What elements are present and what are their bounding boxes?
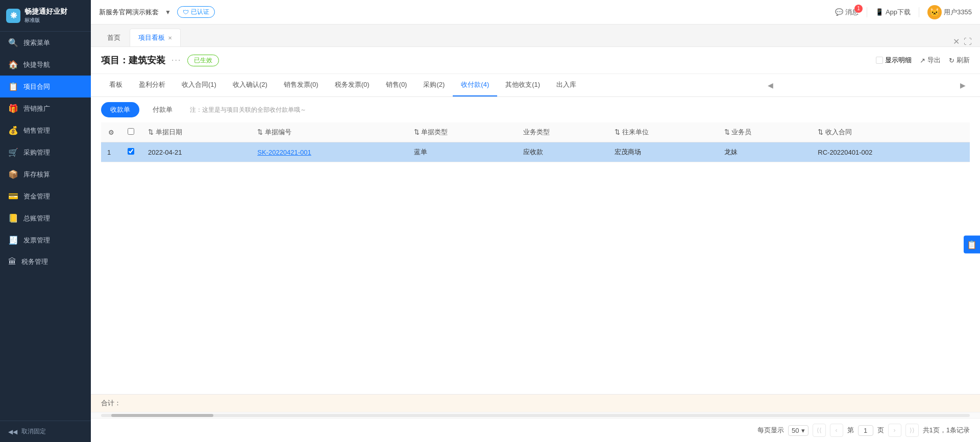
biz-type-column-header: 业务类型 bbox=[517, 122, 609, 142]
unpin-label: 取消固定 bbox=[21, 427, 46, 436]
side-float-btn[interactable]: 📋 bbox=[964, 236, 980, 254]
topbar-right: 💬 消息 1 📱 App下载 🐱 用户3355 bbox=[835, 5, 972, 19]
sidebar-item-purchase[interactable]: 🛒 采购管理 bbox=[0, 141, 91, 163]
sub-nav-item-income-contract[interactable]: 收入合同(1) bbox=[174, 74, 225, 96]
tab-close-window-btn[interactable]: ✕ bbox=[953, 37, 960, 46]
sub-nav-item-other[interactable]: 其他收支(1) bbox=[497, 74, 548, 96]
sidebar-item-ledger[interactable]: 📒 总账管理 bbox=[0, 207, 91, 229]
verified-badge: 🛡 已认证 bbox=[177, 6, 215, 18]
per-page-select[interactable]: 50 ▾ bbox=[788, 425, 808, 436]
row-partner: 宏茂商场 bbox=[608, 142, 718, 162]
tab-project-board[interactable]: 项目看板 ✕ bbox=[130, 29, 181, 46]
tab-home-label: 首页 bbox=[107, 33, 120, 42]
tab-project-board-label: 项目看板 bbox=[138, 33, 165, 42]
first-page-btn[interactable]: ⟨⟨ bbox=[813, 424, 826, 437]
sidebar-item-marketing[interactable]: 🎁 营销推广 bbox=[0, 97, 91, 119]
sub-nav-next-arrow[interactable]: ▶ bbox=[956, 77, 970, 93]
export-label: 导出 bbox=[927, 56, 941, 65]
invoice-icon: 🧾 bbox=[8, 235, 18, 245]
sub-nav-item-tax-invoice[interactable]: 税务发票(0) bbox=[327, 74, 378, 96]
more-btn[interactable]: ··· bbox=[172, 56, 181, 65]
sidebar-item-label: 快捷导航 bbox=[23, 60, 50, 69]
sub-nav-item-payment[interactable]: 收付款(4) bbox=[453, 74, 497, 96]
number-column-header[interactable]: ⇅ 单据编号 bbox=[251, 122, 407, 142]
show-detail-toggle[interactable]: 显示明细 bbox=[876, 56, 912, 65]
sub-nav-prev-arrow[interactable]: ◀ bbox=[764, 77, 777, 93]
per-page-dropdown-icon: ▾ bbox=[801, 427, 805, 434]
divider2 bbox=[919, 7, 919, 17]
sidebar-scroll: 🔍 搜索菜单 🏠 快捷导航 📋 项目合同 🎁 营销推广 💰 销售管理 🛒 采购管… bbox=[0, 32, 91, 421]
app-name: 畅捷通好业财 bbox=[24, 7, 67, 16]
app-download-action[interactable]: 📱 App下载 bbox=[875, 8, 911, 17]
demo-account-dropdown[interactable]: ▼ bbox=[163, 8, 173, 17]
tab-maximize-btn[interactable]: ⛶ bbox=[964, 37, 972, 46]
tab-home[interactable]: 首页 bbox=[99, 29, 129, 46]
receipt-tab-btn[interactable]: 收款单 bbox=[101, 102, 139, 117]
scrollbar-track[interactable] bbox=[101, 414, 970, 417]
gift-icon: 🎁 bbox=[8, 104, 18, 113]
sidebar-item-label: 资金管理 bbox=[23, 192, 50, 201]
select-all-checkbox[interactable] bbox=[128, 128, 134, 135]
mobile-icon: 📱 bbox=[875, 8, 884, 16]
scrollbar-thumb[interactable] bbox=[111, 414, 213, 417]
table-row[interactable]: 1 2022-04-21 SK-20220421-001 蓝单 应收款 宏茂商场… bbox=[101, 142, 970, 162]
partner-column-header[interactable]: ⇅ 往来单位 bbox=[608, 122, 718, 142]
sidebar-item-invoice[interactable]: 🧾 发票管理 bbox=[0, 229, 91, 251]
sub-nav-item-kanban[interactable]: 看板 bbox=[101, 74, 131, 96]
row-number[interactable]: SK-20220421-001 bbox=[251, 142, 407, 162]
settings-column-header[interactable]: ⚙ bbox=[101, 122, 121, 142]
topbar: 新服务官网演示账套 ▼ 🛡 已认证 💬 消息 1 📱 App下载 🐱 用户335… bbox=[91, 0, 980, 24]
refresh-icon: ↻ bbox=[949, 57, 954, 64]
sub-nav-item-profit[interactable]: 盈利分析 bbox=[131, 74, 174, 96]
contract-column-header[interactable]: ⇅ 收入合同 bbox=[812, 122, 970, 142]
tax-icon: 🏛 bbox=[8, 257, 16, 266]
sales-icon: 💰 bbox=[8, 126, 18, 135]
salesman-column-header[interactable]: ⇅ 业务员 bbox=[718, 122, 812, 142]
sub-nav-item-sales[interactable]: 销售(0) bbox=[378, 74, 415, 96]
sidebar-item-label: 发票管理 bbox=[23, 236, 50, 245]
table-footer: 合计： bbox=[91, 394, 980, 412]
sub-nav-item-sales-invoice[interactable]: 销售发票(0) bbox=[276, 74, 327, 96]
refresh-btn[interactable]: ↻ 刷新 bbox=[949, 56, 970, 65]
verified-text: 已认证 bbox=[191, 8, 209, 16]
app-logo-icon: ❋ bbox=[6, 9, 20, 23]
project-actions: 显示明细 ↗ 导出 ↻ 刷新 bbox=[876, 56, 970, 65]
date-column-header[interactable]: ⇅ 单据日期 bbox=[142, 122, 251, 142]
sidebar-item-finance[interactable]: 💳 资金管理 bbox=[0, 185, 91, 207]
sidebar-item-project-contract[interactable]: 📋 项目合同 bbox=[0, 76, 91, 97]
row-contract: RC-20220401-002 bbox=[812, 142, 970, 162]
current-page[interactable]: 1 bbox=[858, 425, 873, 436]
sub-nav-item-income-confirm[interactable]: 收入确认(2) bbox=[225, 74, 276, 96]
app-download-label: App下载 bbox=[886, 8, 911, 17]
prev-page-btn[interactable]: ‹ bbox=[830, 424, 843, 437]
purchase-icon: 🛒 bbox=[8, 148, 18, 157]
user-action[interactable]: 🐱 用户3355 bbox=[927, 5, 972, 19]
sidebar-item-inventory[interactable]: 📦 库存核算 bbox=[0, 163, 91, 185]
table-wrapper: ⚙ ⇅ 单据日期 ⇅ 单据编号 ⇅ 单据类型 业务类型 ⇅ 往来单位 ⇅ 业务员… bbox=[91, 122, 980, 394]
sub-nav-item-purchase[interactable]: 采购(2) bbox=[415, 74, 453, 96]
tab-close-icon[interactable]: ✕ bbox=[168, 35, 172, 41]
export-btn[interactable]: ↗ 导出 bbox=[920, 56, 941, 65]
sidebar-item-label: 项目合同 bbox=[23, 82, 50, 91]
pagination: 每页显示 50 ▾ ⟨⟨ ‹ 第 1 页 › ⟩⟩ 共1页，1条记录 bbox=[91, 418, 980, 442]
scrollbar-row[interactable] bbox=[91, 412, 980, 418]
sidebar-item-label: 总账管理 bbox=[23, 214, 50, 223]
side-float-icon: 📋 bbox=[967, 240, 977, 249]
last-page-btn[interactable]: ⟩⟩ bbox=[905, 424, 919, 437]
tab-buttons-row: 收款单 付款单 注：这里是与项目关联的全部收付款单哦～ bbox=[91, 97, 980, 122]
type-column-header[interactable]: ⇅ 单据类型 bbox=[408, 122, 517, 142]
show-detail-checkbox[interactable] bbox=[876, 57, 883, 64]
payment-tab-btn[interactable]: 付款单 bbox=[143, 102, 182, 117]
sidebar-item-sales[interactable]: 💰 销售管理 bbox=[0, 119, 91, 141]
sidebar-item-label: 销售管理 bbox=[23, 126, 50, 135]
messages-action[interactable]: 💬 消息 1 bbox=[835, 8, 859, 17]
sidebar-footer-unpin[interactable]: ◀◀ 取消固定 bbox=[0, 421, 91, 442]
sidebar-item-search[interactable]: 🔍 搜索菜单 bbox=[0, 32, 91, 54]
receipts-table: ⚙ ⇅ 单据日期 ⇅ 单据编号 ⇅ 单据类型 业务类型 ⇅ 往来单位 ⇅ 业务员… bbox=[101, 122, 970, 162]
sidebar-item-quick-nav[interactable]: 🏠 快捷导航 bbox=[0, 54, 91, 76]
next-page-btn[interactable]: › bbox=[888, 424, 901, 437]
sub-nav-item-stock[interactable]: 出入库 bbox=[548, 74, 584, 96]
row-checkbox[interactable] bbox=[121, 142, 142, 162]
refresh-label: 刷新 bbox=[957, 56, 970, 65]
sidebar-item-tax[interactable]: 🏛 税务管理 bbox=[0, 251, 91, 273]
